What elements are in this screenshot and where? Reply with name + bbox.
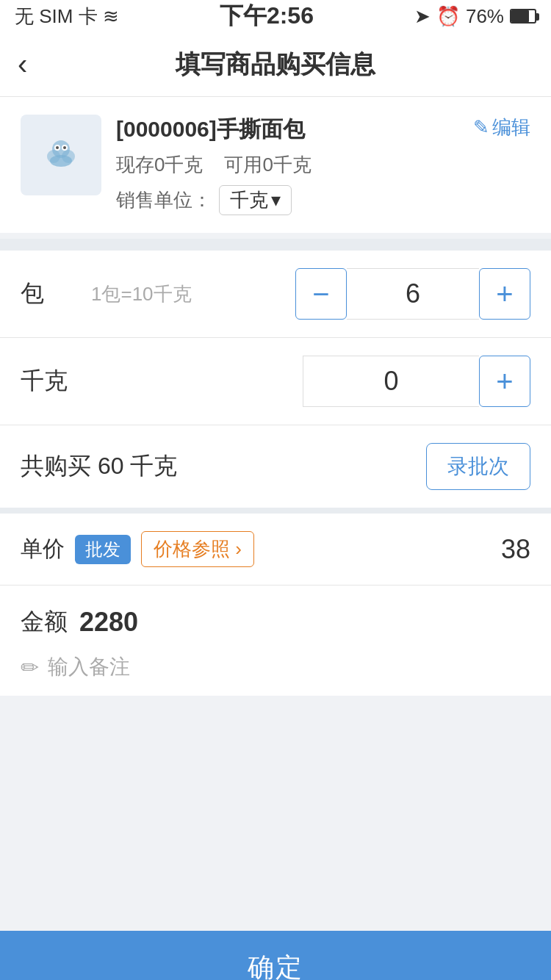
bao-label: 包: [21, 278, 79, 310]
status-left: 无 SIM 卡 ≋: [15, 4, 119, 29]
price-batch-tag: 批发: [75, 535, 131, 564]
separator-1: [0, 239, 551, 251]
price-section: 单价 批发 价格参照 › 38: [0, 514, 551, 586]
kg-input-row: 千克 +: [0, 338, 551, 425]
product-name: [0000006]手撕面包: [116, 115, 530, 145]
product-unit-row: 销售单位： 千克 ▾: [116, 185, 530, 215]
unit-selector[interactable]: 千克 ▾: [219, 185, 292, 215]
dropdown-icon: ▾: [271, 189, 281, 212]
status-time: 下午2:56: [220, 0, 314, 32]
product-info: ✎ 编辑 [0000006]手撕面包 现存0千克 可用0千克 销售单位： 千克 …: [116, 115, 530, 215]
kg-plus-button[interactable]: +: [479, 356, 530, 407]
pencil-icon: ✏: [21, 655, 39, 680]
amount-label: 金额: [21, 606, 68, 638]
bao-input-row: 包 1包=10千克 − +: [0, 251, 551, 338]
price-ref-button[interactable]: 价格参照 ›: [141, 531, 254, 567]
back-button[interactable]: ‹: [18, 48, 27, 81]
svg-point-3: [50, 155, 72, 167]
edit-icon: ✎: [473, 116, 489, 139]
total-row: 共购买 60 千克 录批次: [0, 425, 551, 514]
status-bar: 无 SIM 卡 ≋ 下午2:56 ➤ ⏰ 76%: [0, 0, 551, 32]
price-label: 单价: [21, 534, 65, 564]
svg-point-7: [63, 146, 66, 149]
batch-button[interactable]: 录批次: [426, 443, 530, 490]
price-value: 38: [501, 534, 530, 565]
amount-row: 金额 2280: [21, 606, 530, 638]
status-right: ➤ ⏰ 76%: [414, 5, 536, 28]
product-card: ✎ 编辑 [0000006]手撕面包 现存0千克 可用0千克 销售单位： 千克 …: [0, 97, 551, 239]
edit-button[interactable]: ✎ 编辑: [473, 115, 530, 140]
bao-hint: 1包=10千克: [91, 281, 284, 307]
kg-label: 千克: [21, 365, 79, 397]
confirm-button[interactable]: 确定: [0, 931, 551, 980]
kg-input[interactable]: [303, 356, 479, 407]
bao-minus-button[interactable]: −: [295, 268, 347, 320]
battery-icon: [510, 9, 536, 24]
alarm-icon: ⏰: [436, 5, 460, 28]
nav-bar: ‹ 填写商品购买信息: [0, 32, 551, 97]
unit-value: 千克: [230, 187, 268, 213]
bao-controls: − +: [295, 268, 530, 320]
content: ✎ 编辑 [0000006]手撕面包 现存0千克 可用0千克 销售单位： 千克 …: [0, 97, 551, 980]
product-stock: 现存0千克 可用0千克: [116, 152, 530, 178]
location-icon: ➤: [414, 5, 431, 28]
unit-label: 销售单位：: [116, 187, 212, 213]
product-thumbnail: [39, 133, 83, 177]
edit-label: 编辑: [492, 115, 530, 140]
input-section: 包 1包=10千克 − + 千克 +: [0, 251, 551, 425]
remark-row[interactable]: ✏ 输入备注: [21, 653, 530, 681]
kg-controls: +: [303, 356, 530, 407]
product-image: [21, 115, 101, 195]
bao-input[interactable]: [347, 268, 479, 320]
amount-section: 金额 2280 ✏ 输入备注: [0, 586, 551, 696]
page-title: 填写商品购买信息: [176, 48, 375, 82]
svg-point-6: [56, 146, 59, 149]
stock-available: 可用0千克: [224, 154, 311, 176]
bao-plus-button[interactable]: +: [479, 268, 530, 320]
gray-area: [0, 696, 551, 931]
stock-current: 现存0千克: [116, 154, 203, 176]
amount-value: 2280: [79, 607, 138, 638]
remark-placeholder: 输入备注: [48, 653, 130, 681]
battery-text: 76%: [466, 5, 504, 28]
total-text: 共购买 60 千克: [21, 450, 177, 483]
